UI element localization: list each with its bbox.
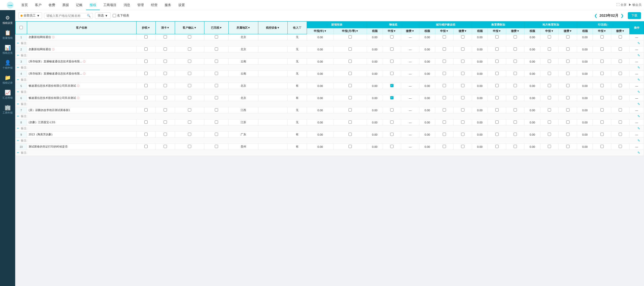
search-input[interactable] xyxy=(46,14,87,17)
sidebar-item-geshuishenbao[interactable]: 👤 个税申报 xyxy=(0,57,15,72)
wansui-checkbox[interactable] xyxy=(215,145,218,148)
sidebar-item-baoshuizongjian[interactable]: 📊 报税总览 xyxy=(0,42,15,57)
nav-charge[interactable]: 收费 xyxy=(45,0,59,10)
city-shenbao-cb[interactable] xyxy=(443,120,446,124)
stamp-jiaofei-cb[interactable] xyxy=(619,84,622,87)
stamp-shenbao-cb[interactable] xyxy=(600,96,604,99)
qingka-checkbox[interactable] xyxy=(164,145,167,148)
local-jiaofei-cb[interactable] xyxy=(566,35,570,39)
edu-shenbao-cb[interactable] xyxy=(495,72,499,75)
city-shenbao-cb[interactable] xyxy=(443,145,446,148)
stamp-shenbao-cb[interactable] xyxy=(600,47,604,51)
edit-icon[interactable]: ✎ xyxy=(637,78,640,82)
staff-select[interactable]: 全部员工 ▼ xyxy=(18,12,42,19)
chaoshui-checkbox[interactable] xyxy=(144,72,148,75)
stamp-shenbao-cb[interactable] xyxy=(600,35,604,39)
city-shenbao-cb[interactable] xyxy=(443,96,446,99)
edu-shenbao-cb[interactable] xyxy=(495,145,499,148)
caibao-year-cb[interactable] xyxy=(348,108,352,112)
city-shenbao-cb[interactable] xyxy=(443,133,446,136)
chaoshui-checkbox[interactable] xyxy=(144,47,148,51)
sidebar-item-baoshuishezhi[interactable]: ⚙ 报税设置 xyxy=(0,12,15,27)
sidebar-item-huizongminxi[interactable]: 📈 汇总明细 xyxy=(0,87,15,102)
next-date-button[interactable]: ❯ xyxy=(620,13,624,18)
caibao-year-cb[interactable] xyxy=(348,96,352,99)
city-shenbao-cb[interactable] xyxy=(443,84,446,87)
local-shenbao-cb[interactable] xyxy=(548,47,551,51)
edu-jiaofei-cb[interactable] xyxy=(514,133,517,136)
wansui-checkbox[interactable] xyxy=(215,133,218,136)
pencil-icon[interactable]: ✏ xyxy=(17,66,19,69)
nav-message[interactable]: 消息 xyxy=(120,0,134,10)
confirm-checkbox[interactable] xyxy=(188,60,191,63)
confirm-checkbox[interactable] xyxy=(188,145,191,148)
local-shenbao-cb[interactable] xyxy=(548,120,551,124)
qingka-checkbox[interactable] xyxy=(164,47,167,51)
wansui-checkbox[interactable] xyxy=(215,84,218,87)
local-jiaofei-cb[interactable] xyxy=(566,60,570,63)
local-shenbao-cb[interactable] xyxy=(548,35,551,39)
chaoshui-checkbox[interactable] xyxy=(144,35,148,39)
wansui-checkbox[interactable] xyxy=(215,47,218,51)
edit-icon[interactable]: ✎ xyxy=(637,90,640,94)
city-jiaofei-cb[interactable] xyxy=(461,84,464,87)
stamp-shenbao-cb[interactable] xyxy=(600,84,604,87)
qingka-checkbox[interactable] xyxy=(164,84,167,87)
filter-button[interactable]: 筛选 ▼ xyxy=(95,12,111,19)
qingka-checkbox[interactable] xyxy=(164,133,167,136)
chaoshui-checkbox[interactable] xyxy=(144,108,148,112)
confirm-checkbox[interactable] xyxy=(188,133,191,136)
wansui-checkbox[interactable] xyxy=(215,35,218,39)
edu-shenbao-cb[interactable] xyxy=(495,35,499,39)
edu-shenbao-cb[interactable] xyxy=(495,133,499,136)
qingka-checkbox[interactable] xyxy=(164,60,167,63)
city-jiaofei-cb[interactable] xyxy=(461,108,464,112)
nav-service[interactable]: 服务 xyxy=(161,0,175,10)
pencil-icon[interactable]: ✏ xyxy=(17,127,19,130)
nav-settings[interactable]: 设置 xyxy=(175,0,188,10)
caibao-year-cb[interactable] xyxy=(348,72,352,75)
edu-jiaofei-cb[interactable] xyxy=(514,145,517,148)
vat-shenbao-cb[interactable] xyxy=(390,133,394,136)
edit-icon[interactable]: ✎ xyxy=(637,41,640,45)
edu-shenbao-cb[interactable] xyxy=(495,47,499,51)
vat-shenbao-cb[interactable] xyxy=(390,72,394,75)
pencil-icon[interactable]: ✏ xyxy=(17,42,19,45)
edu-shenbao-cb[interactable] xyxy=(495,120,499,124)
local-shenbao-cb[interactable] xyxy=(548,108,551,112)
stamp-jiaofei-cb[interactable] xyxy=(619,72,622,75)
pencil-icon[interactable]: ✏ xyxy=(17,115,19,118)
pencil-icon[interactable]: ✏ xyxy=(17,139,19,142)
caibao-year-cb[interactable] xyxy=(348,84,352,87)
city-shenbao-cb[interactable] xyxy=(443,47,446,51)
edit-icon[interactable]: ✎ xyxy=(637,102,640,106)
city-jiaofei-cb[interactable] xyxy=(461,35,464,39)
confirm-checkbox[interactable] xyxy=(188,108,191,112)
qingka-checkbox[interactable] xyxy=(164,72,167,75)
caibao-year-cb[interactable] xyxy=(348,133,352,136)
pencil-icon[interactable]: ✏ xyxy=(17,90,19,93)
vip-btn[interactable]: ▶ 畅会员 xyxy=(629,3,641,7)
city-shenbao-cb[interactable] xyxy=(443,60,446,63)
nav-bookkeep[interactable]: 记账 xyxy=(72,0,86,10)
pencil-icon[interactable]: ✏ xyxy=(17,102,19,105)
local-shenbao-cb[interactable] xyxy=(548,60,551,63)
city-jiaofei-cb[interactable] xyxy=(461,47,464,51)
edu-jiaofei-cb[interactable] xyxy=(514,35,517,39)
caibao-year-cb[interactable] xyxy=(348,145,352,148)
caibao-year-cb[interactable] xyxy=(348,120,352,124)
stamp-jiaofei-cb[interactable] xyxy=(619,60,622,63)
city-jiaofei-cb[interactable] xyxy=(461,96,464,99)
edit-icon[interactable]: ✎ xyxy=(637,66,640,69)
local-jiaofei-cb[interactable] xyxy=(566,47,570,51)
qingka-checkbox[interactable] xyxy=(164,108,167,112)
city-jiaofei-cb[interactable] xyxy=(461,72,464,75)
nav-business[interactable]: 工商项目 xyxy=(100,0,120,10)
vat-shenbao-cb[interactable] xyxy=(390,108,394,112)
edit-icon[interactable]: ✎ xyxy=(637,114,640,118)
edit-icon[interactable]: ✎ xyxy=(637,151,640,155)
city-shenbao-cb[interactable] xyxy=(443,35,446,39)
vat-shenbao-cb[interactable] xyxy=(390,60,394,63)
local-shenbao-cb[interactable] xyxy=(548,145,551,148)
chaoshui-checkbox[interactable] xyxy=(144,145,148,148)
